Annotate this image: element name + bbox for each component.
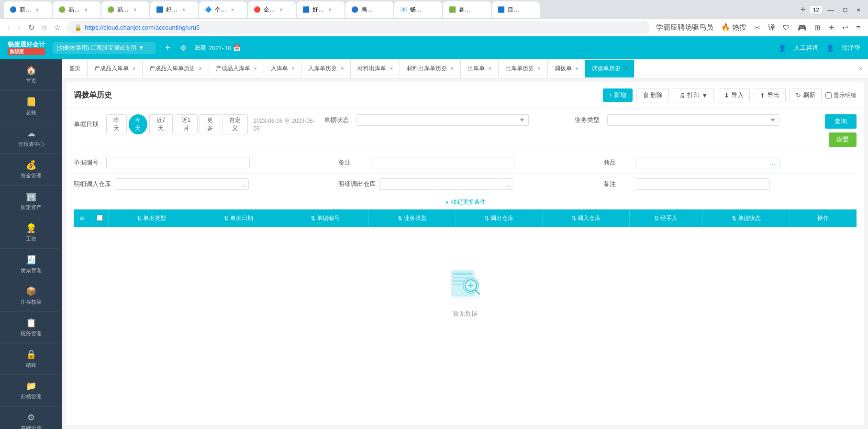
page-tab-mat-out[interactable]: 材料出库单 × [351, 60, 400, 77]
table-header-doc-status[interactable]: ⇅ 单据状态 [703, 209, 790, 227]
home-button[interactable]: ⌂ [40, 22, 49, 34]
extension-icon1[interactable]: 🛡 [781, 22, 792, 33]
page-tab-transfer-close[interactable]: × [576, 66, 579, 71]
page-tab-prod-in[interactable]: 产成品入库单 × [88, 60, 143, 77]
tab-close-7[interactable]: × [329, 7, 332, 12]
company-selector[interactable]: (勿删勿禁用) 江西服宝测试专用 ▼ [53, 42, 156, 54]
forward-button[interactable]: › [16, 22, 22, 34]
sidebar-item-invoice[interactable]: 🧾 发票管理 [0, 249, 62, 280]
sort-doc-status[interactable]: ⇅ 单据状态 [707, 214, 786, 222]
sidebar-item-inventory[interactable]: 📦 库存核算 [0, 280, 62, 312]
doc-no-input[interactable] [106, 157, 250, 168]
page-tab-prod-in2-close[interactable]: × [254, 66, 257, 71]
page-tab-transfer-hist[interactable]: 调拨单历史 × [585, 60, 634, 77]
service-label[interactable]: 人工咨询 [794, 44, 819, 52]
browser-tab-7[interactable]: 🟦 好… × [297, 1, 345, 18]
brightness-icon[interactable]: ☀ [826, 22, 836, 34]
menu-icon[interactable]: ≡ [854, 22, 862, 33]
page-tab-prod-in2[interactable]: 产成品入库单 × [209, 60, 264, 77]
date-btn-yesterday[interactable]: 昨天 [106, 114, 127, 134]
sidebar-item-reports[interactable]: ☁ 云报表中心 [0, 122, 62, 154]
export-button[interactable]: ⬆ 导出 [754, 88, 786, 102]
table-header-doc-type[interactable]: ⇅ 单据类型 [108, 209, 195, 227]
date-btn-1month[interactable]: 近1月 [175, 114, 198, 134]
page-tab-prod-in-close[interactable]: × [133, 66, 135, 71]
page-tab-transfer-hist-close[interactable]: × [624, 66, 627, 71]
status-select[interactable] [356, 114, 529, 126]
extension-icon2[interactable]: 🎮 [796, 22, 809, 34]
table-header-in-wh[interactable]: ⇅ 调入仓库 [543, 209, 630, 227]
refresh-button[interactable]: ↻ [26, 21, 36, 34]
browser-tab-5[interactable]: 🔷 个… × [199, 1, 247, 18]
sort-doc-no[interactable]: ⇅ 单据编号 [286, 214, 365, 222]
grid-icon[interactable]: ⊞ [812, 22, 823, 34]
out-warehouse-ellipsis-btn[interactable]: ... [504, 181, 513, 188]
page-tab-in-order-close[interactable]: × [292, 66, 295, 71]
out-warehouse-input[interactable] [380, 179, 504, 189]
sort-handler[interactable]: ⇅ 经手人 [634, 214, 699, 222]
sidebar-item-fixed-assets[interactable]: 🏢 固定资产 [0, 186, 62, 217]
tab-close-6[interactable]: × [280, 7, 283, 12]
date-btn-custom[interactable]: 自定义 [222, 114, 247, 134]
page-tab-in-order[interactable]: 入库单 × [264, 60, 302, 77]
sort-out-wh[interactable]: ⇅ 调出仓库 [460, 214, 539, 222]
sidebar-item-tax[interactable]: 📋 税务管理 [0, 312, 62, 343]
table-header-biz-type[interactable]: ⇅ 业务类型 [369, 209, 456, 227]
filter-settings-button[interactable]: 设置 [829, 132, 857, 147]
url-bar[interactable]: 🔒 https://cloud.chanjet.com/accounting/u… [67, 21, 650, 34]
page-tab-transfer[interactable]: 调拨单 × [548, 60, 586, 77]
window-minimize-icon[interactable]: — [824, 6, 838, 13]
select-all-checkbox[interactable] [97, 215, 103, 221]
delete-button[interactable]: 🗑 删除 [636, 88, 669, 102]
print-button[interactable]: 🖨 打印 ▼ [673, 88, 714, 102]
scissors-icon[interactable]: ✂ [752, 22, 762, 34]
sidebar-item-closing[interactable]: 🔒 结账 [0, 343, 62, 375]
sidebar-item-archive[interactable]: 📁 归档管理 [0, 375, 62, 407]
bookmark-button[interactable]: ☆ [52, 21, 63, 34]
sort-in-wh[interactable]: ⇅ 调入仓库 [546, 214, 625, 222]
date-btn-today[interactable]: 今天 [129, 114, 147, 134]
goods-input[interactable] [636, 157, 770, 168]
date-btn-7days[interactable]: 近7天 [149, 114, 173, 134]
table-header-handler[interactable]: ⇅ 经手人 [629, 209, 703, 227]
period-selector[interactable]: 账期 2021-10 📅 [194, 44, 241, 52]
page-tab-in-hist[interactable]: 入库单历史 × [301, 60, 351, 77]
page-tab-out-hist[interactable]: 出库单历史 × [499, 60, 548, 77]
sidebar-item-salary[interactable]: 👷 工资 [0, 217, 62, 249]
new-button[interactable]: + 新增 [603, 88, 632, 102]
browser-tab-11[interactable]: 🟦 目… [492, 1, 540, 18]
browser-tab-2[interactable]: 🟢 易… × [53, 1, 100, 18]
sort-doc-type[interactable]: ⇅ 单据类型 [112, 214, 191, 222]
browser-tab-1[interactable]: 🔵 新… × [4, 1, 52, 18]
display-cols-checkbox[interactable]: 显示明细 [825, 91, 857, 99]
sidebar-item-ledger[interactable]: 📒 总账 [0, 91, 62, 122]
page-tab-out-hist-close[interactable]: × [538, 66, 541, 71]
sidebar-item-settings[interactable]: ⚙ 基础设置 [0, 407, 62, 429]
table-header-doc-no[interactable]: ⇅ 单据编号 [282, 209, 369, 227]
window-close-icon[interactable]: × [853, 6, 864, 13]
table-checkbox-header[interactable] [91, 209, 108, 227]
table-gear-header[interactable]: ⚙ [74, 209, 91, 227]
translate-icon[interactable]: 译 [766, 21, 777, 34]
goods-ellipsis-btn[interactable]: ... [770, 159, 779, 166]
browser-tab-3[interactable]: 🟢 易… × [101, 1, 149, 18]
import-button[interactable]: ⬇ 导入 [718, 88, 750, 102]
page-tab-home[interactable]: 首页 [62, 60, 88, 77]
page-tab-prod-in-hist-close[interactable]: × [199, 66, 202, 71]
sidebar-item-funds[interactable]: 💰 资金管理 [0, 154, 62, 186]
date-btn-more[interactable]: 更多 [200, 114, 220, 134]
undo-icon[interactable]: ↩ [840, 22, 850, 34]
page-tab-mat-out-close[interactable]: × [390, 66, 393, 71]
back-button[interactable]: ‹ [6, 22, 12, 34]
browser-tab-9[interactable]: 📧 畅… [394, 1, 442, 18]
browser-tab-6[interactable]: 🔴 企… × [248, 1, 296, 18]
display-cols-check[interactable] [825, 92, 832, 99]
page-tab-mat-out-hist[interactable]: 材料出库单历史 × [400, 60, 461, 77]
window-maximize-icon[interactable]: □ [840, 6, 851, 13]
tab-close-1[interactable]: × [36, 7, 39, 12]
page-tab-in-hist-close[interactable]: × [341, 66, 344, 71]
table-header-doc-date[interactable]: ⇅ 单据日期 [195, 209, 282, 227]
sort-doc-date[interactable]: ⇅ 单据日期 [199, 214, 278, 222]
in-warehouse-input[interactable] [115, 179, 239, 189]
collapse-bar[interactable]: ∧ 收起更多条件 [74, 195, 857, 209]
